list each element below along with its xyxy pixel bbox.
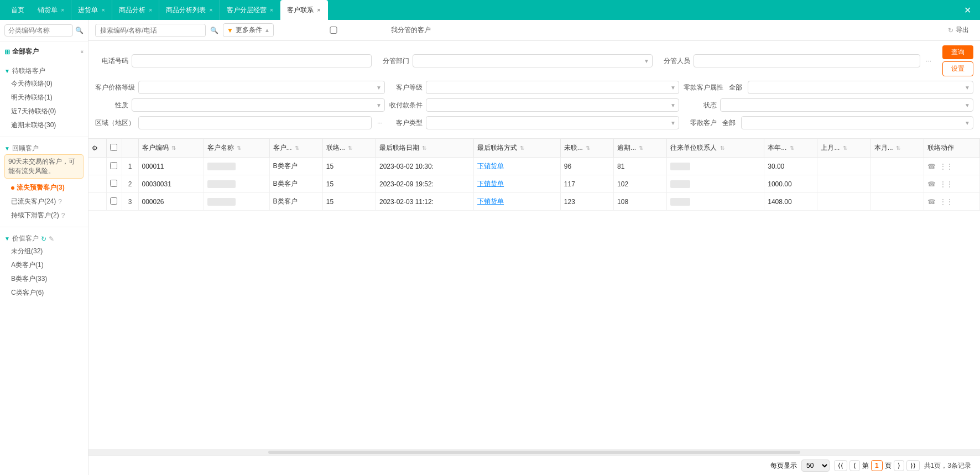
row-last-method-0[interactable]: 下销货单 [474,158,561,175]
tab-customer-contact[interactable]: 客户联系 × [280,0,327,20]
zero-customer-select[interactable] [741,116,973,129]
row-action-2[interactable]: ☎ ⋮⋮ [924,193,979,211]
filter-search-icon[interactable]: 🔍 [210,27,218,34]
tab-analysis[interactable]: 商品分析 × [112,0,159,20]
price-level-select[interactable] [138,81,385,94]
filter-search-input[interactable] [95,24,206,37]
sort-type-icon[interactable]: ⇅ [295,145,299,151]
row-this-month-2 [870,193,924,211]
col-settings[interactable]: ⚙ [88,139,106,158]
sort-tmonth-icon[interactable]: ⇅ [896,145,900,151]
row-action-0[interactable]: ☎ ⋮⋮ [924,158,979,175]
sort-year-icon[interactable]: ⇅ [790,145,794,151]
close-analysis-list-tab[interactable]: × [209,7,212,13]
col-checkbox [106,139,122,158]
action-more-icon[interactable]: ⋮⋮ [940,163,953,170]
row-checkbox-2[interactable] [106,193,122,211]
sidebar-item-class-a[interactable]: A类客户(1) [0,258,88,272]
sidebar-group-value[interactable]: ▼ 价值客户 ↻ ✎ [0,232,88,244]
row-last-method-1[interactable]: 下销货单 [474,175,561,193]
sidebar-search-input[interactable] [4,24,73,36]
sort-contact-icon[interactable]: ⇅ [348,145,352,151]
more-conditions-btn[interactable]: ▼ 更多条件 ▲ [223,23,274,37]
sort-method-icon[interactable]: ⇅ [520,145,524,151]
sidebar-item-class-b[interactable]: B类客户(33) [0,272,88,286]
sidebar-item-overdue[interactable]: 逾期未联络(30) [0,118,88,132]
next-page-btn[interactable]: ⟩ [894,460,904,471]
manager-more-icon[interactable]: ··· [924,57,934,65]
action-contact-icon[interactable]: ☎ [927,180,936,188]
customer-level-select[interactable] [426,81,679,94]
sidebar-group-pending[interactable]: ▼ 待联络客户 [0,64,88,77]
sort-unit-icon[interactable]: ⇅ [720,145,724,151]
tab-purchase[interactable]: 进货单 × [71,0,112,20]
tab-customer-segment[interactable]: 客户分层经营 × [220,0,280,20]
phone-input[interactable] [132,54,372,67]
current-page-num: 1 [871,460,883,471]
sidebar-item-today[interactable]: 今天待联络(0) [0,77,88,91]
action-more-icon[interactable]: ⋮⋮ [940,198,953,206]
sidebar-item-7days[interactable]: 近7天待联络(0) [0,105,88,118]
refresh-value-icon[interactable]: ↻ [41,235,46,243]
sidebar-item-declining[interactable]: 持续下滑客户(2) ? [0,208,88,222]
action-more-icon[interactable]: ⋮⋮ [940,180,953,188]
action-contact-icon[interactable]: ☎ [927,163,936,170]
sort-lmonth-icon[interactable]: ⇅ [843,145,847,151]
window-close-button[interactable]: ✕ [960,3,976,18]
sort-unlink-icon[interactable]: ⇅ [586,145,590,151]
settings-button[interactable]: 设置 [942,61,973,76]
zero-sales-select[interactable] [748,81,973,94]
status-select[interactable] [720,98,973,112]
horizontal-scrollbar[interactable] [88,449,980,456]
close-customer-contact-tab[interactable]: × [317,7,320,13]
sort-name-icon[interactable]: ⇅ [237,145,241,151]
sort-code-icon[interactable]: ⇅ [171,145,176,151]
tab-sales[interactable]: 销货单 × [31,0,71,20]
tab-analysis-list[interactable]: 商品分析列表 × [159,0,220,20]
first-page-btn[interactable]: ⟨⟨ [834,460,847,471]
last-page-btn[interactable]: ⟩⟩ [906,460,920,471]
region-input[interactable] [138,116,372,129]
prev-page-btn[interactable]: ⟨ [849,460,860,471]
my-customers-checkbox[interactable] [278,27,389,34]
scroll-thumb[interactable] [268,451,800,454]
row-last-method-2[interactable]: 下销货单 [474,193,561,211]
row-checkbox-1[interactable] [106,175,122,193]
sidebar-item-ungroup[interactable]: 未分组(32) [0,244,88,258]
sidebar-all-customers[interactable]: ⊞ 全部客户 « [0,44,88,60]
close-purchase-tab[interactable]: × [101,7,105,13]
sidebar-item-lost[interactable]: 已流失客户(24) ? [0,195,88,208]
row-last-month-1 [817,175,870,193]
sidebar-item-class-c[interactable]: C类客户(6) [0,286,88,300]
select-all-checkbox[interactable] [110,144,117,151]
dept-select[interactable] [413,54,653,67]
row-this-year-0: 30.00 [764,158,817,175]
zero-customer-value: 全部 [720,118,738,128]
export-btn[interactable]: ↻ 导出 [943,24,973,36]
customer-type-select[interactable] [426,116,679,129]
gender-select[interactable] [132,98,385,112]
sidebar-section-pending: ▼ 待联络客户 今天待联络(0) 明天待联络(1) 近7天待联络(0) 逾期未联… [0,62,88,134]
close-customer-segment-tab[interactable]: × [270,7,273,13]
my-customers-checkbox-label[interactable]: 我分管的客户 [278,25,431,35]
query-button[interactable]: 查询 [942,45,973,59]
edit-value-icon[interactable]: ✎ [49,235,54,243]
manager-input[interactable] [694,54,920,67]
page-size-select[interactable]: 50 100 [801,460,830,472]
row-action-1[interactable]: ☎ ⋮⋮ [924,175,979,193]
row-checkbox-0[interactable] [106,158,122,175]
close-sales-tab[interactable]: × [61,7,64,13]
sidebar-group-lost[interactable]: ▼ 回顾客户 [0,142,88,154]
sidebar-item-lost-warning[interactable]: 流失预警客户(3) [0,181,88,195]
payment-select[interactable] [426,98,679,112]
tab-home[interactable]: 首页 [4,0,31,20]
collapse-sidebar-icon[interactable]: « [80,49,84,55]
action-contact-icon[interactable]: ☎ [927,198,936,206]
sort-date-icon[interactable]: ⇅ [422,145,426,151]
row-seq-2: 3 [122,193,138,211]
region-more-icon[interactable]: ··· [375,119,385,127]
sort-overdue-icon[interactable]: ⇅ [639,145,643,151]
close-analysis-tab[interactable]: × [149,7,152,13]
sidebar-item-tomorrow[interactable]: 明天待联络(1) [0,91,88,105]
col-this-month: 本月... ⇅ [870,139,924,158]
